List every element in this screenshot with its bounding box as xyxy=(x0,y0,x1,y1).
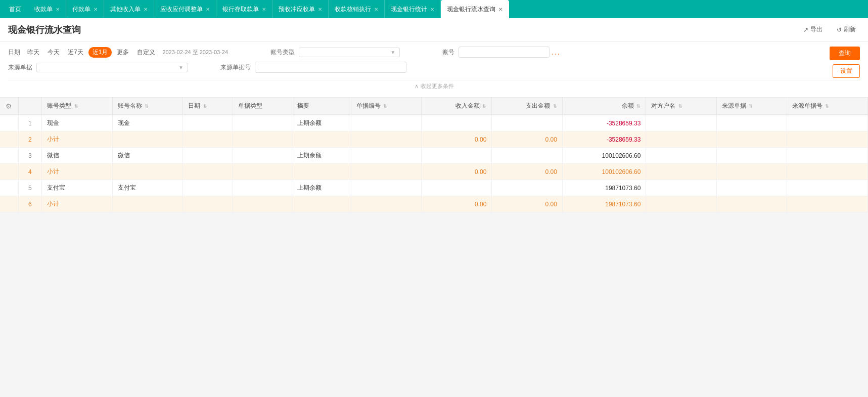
row-account-name xyxy=(112,131,182,148)
th-account-name[interactable]: 账号名称 ⇅ xyxy=(112,98,182,115)
row-doc-no xyxy=(351,196,421,212)
account-dots-button[interactable]: ... xyxy=(552,48,561,56)
row-expense xyxy=(492,148,562,164)
row-balance: -3528659.33 xyxy=(562,131,646,148)
tab-close-icon[interactable]: ✕ xyxy=(206,7,210,12)
row-balance: 19871073.60 xyxy=(562,196,646,212)
nav-tab-0[interactable]: 收款单✕ xyxy=(28,0,66,18)
nav-tab-7[interactable]: 现金银行统计✕ xyxy=(385,0,441,18)
nav-tab-2[interactable]: 其他收入单✕ xyxy=(104,0,154,18)
table-row: 4 小计 0.00 0.00 100102606.60 xyxy=(0,164,868,180)
table-row: 6 小计 0.00 0.00 19871073.60 xyxy=(0,196,868,212)
refresh-button[interactable]: ↺ 刷新 xyxy=(833,23,860,36)
th-doc-no[interactable]: 单据编号 ⇅ xyxy=(351,98,421,115)
row-summary: 上期余额 xyxy=(292,180,351,196)
date-opt-yesterday[interactable]: 昨天 xyxy=(24,47,42,58)
row-settings xyxy=(0,131,18,148)
query-button[interactable]: 查询 xyxy=(830,47,860,60)
date-opt-custom[interactable]: 自定义 xyxy=(134,47,158,58)
row-account-name xyxy=(112,164,182,180)
row-doc-no xyxy=(351,164,421,180)
row-account-type: 小计 xyxy=(42,196,112,212)
row-counterparty xyxy=(646,180,716,196)
row-settings xyxy=(0,164,18,180)
row-source-doc xyxy=(716,180,787,196)
th-summary: 摘要 xyxy=(292,98,351,115)
th-source-doc-no[interactable]: 来源单据号 ⇅ xyxy=(787,98,868,115)
export-icon: ↗ xyxy=(803,26,808,33)
source-doc-arrow: ▼ xyxy=(178,65,184,70)
nav-tab-4[interactable]: 银行存取款单✕ xyxy=(216,0,272,18)
tab-close-icon[interactable]: ✕ xyxy=(318,7,322,12)
row-doc-no xyxy=(351,131,421,148)
source-doc-no-input[interactable] xyxy=(255,62,406,73)
th-income[interactable]: 收入金额 ⇅ xyxy=(422,98,492,115)
nav-tab-6[interactable]: 收款核销执行✕ xyxy=(329,0,385,18)
collapse-label: 收起更多条件 xyxy=(421,82,454,90)
row-doc-type xyxy=(233,180,292,196)
row-counterparty xyxy=(646,115,716,131)
row-balance: 19871073.60 xyxy=(562,180,646,196)
tab-close-icon[interactable]: ✕ xyxy=(94,7,98,12)
th-account-type[interactable]: 账号类型 ⇅ xyxy=(42,98,112,115)
table-container: ⚙ 账号类型 ⇅ 账号名称 ⇅ 日期 ⇅ 单据类型 摘要 单据编号 ⇅ 收入金额… xyxy=(0,98,868,212)
settings-button[interactable]: 设置 xyxy=(833,64,860,78)
source-doc-select[interactable]: ▼ xyxy=(36,63,188,72)
table-settings-icon[interactable]: ⚙ xyxy=(6,102,12,110)
source-doc-filter-group: 来源单据 ▼ xyxy=(8,63,188,72)
date-opt-more[interactable]: 更多 xyxy=(114,47,132,58)
top-nav: 首页 收款单✕付款单✕其他收入单✕应收应付调整单✕银行存取款单✕预收冲应收单✕收… xyxy=(0,0,868,18)
th-doc-type: 单据类型 xyxy=(233,98,292,115)
row-counterparty xyxy=(646,164,716,180)
source-doc-no-label: 来源单据号 xyxy=(220,63,251,72)
sort-icon-counterparty: ⇅ xyxy=(678,104,682,109)
tab-close-icon[interactable]: ✕ xyxy=(498,7,502,12)
row-income xyxy=(422,148,492,164)
date-opt-7days[interactable]: 近7天 xyxy=(65,47,86,58)
row-counterparty xyxy=(646,196,716,212)
th-date[interactable]: 日期 ⇅ xyxy=(183,98,233,115)
th-source-doc[interactable]: 来源单据 ⇅ xyxy=(716,98,787,115)
row-expense: 0.00 xyxy=(492,196,562,212)
th-counterparty[interactable]: 对方户名 ⇅ xyxy=(646,98,716,115)
action-buttons: 查询 设置 xyxy=(821,47,860,78)
row-account-type: 微信 xyxy=(42,148,112,164)
account-type-select[interactable]: ▼ xyxy=(299,48,400,57)
th-settings[interactable]: ⚙ xyxy=(0,98,18,115)
row-counterparty xyxy=(646,131,716,148)
table-row: 3 微信 微信 上期余额 100102606.60 xyxy=(0,148,868,164)
row-income: 0.00 xyxy=(422,131,492,148)
th-balance[interactable]: 余额 ⇅ xyxy=(562,98,646,115)
tab-close-icon[interactable]: ✕ xyxy=(144,7,148,12)
source-doc-label: 来源单据 xyxy=(8,63,32,72)
row-source-doc xyxy=(716,115,787,131)
date-opt-1month[interactable]: 近1月 xyxy=(88,47,112,58)
row-settings xyxy=(0,148,18,164)
refresh-icon: ↺ xyxy=(837,26,842,33)
nav-home[interactable]: 首页 xyxy=(2,5,28,14)
nav-tab-3[interactable]: 应收应付调整单✕ xyxy=(154,0,216,18)
nav-tab-8[interactable]: 现金银行流水查询✕ xyxy=(441,0,509,18)
row-account-name: 微信 xyxy=(112,148,182,164)
sort-icon-source-doc: ⇅ xyxy=(749,104,753,109)
nav-tab-5[interactable]: 预收冲应收单✕ xyxy=(272,0,329,18)
account-filter-group: 账号 ... xyxy=(442,47,561,58)
sort-icon-expense: ⇅ xyxy=(553,104,557,109)
sort-icon-balance: ⇅ xyxy=(636,104,641,109)
row-balance: -3528659.33 xyxy=(562,115,646,131)
tab-close-icon[interactable]: ✕ xyxy=(430,7,434,12)
row-summary xyxy=(292,164,351,180)
collapse-bar[interactable]: ∧ 收起更多条件 xyxy=(8,80,860,92)
row-summary: 上期余额 xyxy=(292,115,351,131)
export-button[interactable]: ↗ 导出 xyxy=(799,23,827,36)
date-opt-today[interactable]: 今天 xyxy=(44,47,63,58)
tab-close-icon[interactable]: ✕ xyxy=(374,7,378,12)
row-income: 0.00 xyxy=(422,196,492,212)
account-input[interactable] xyxy=(459,47,550,58)
tab-close-icon[interactable]: ✕ xyxy=(56,7,60,12)
row-account-type: 支付宝 xyxy=(42,180,112,196)
th-expense[interactable]: 支出金额 ⇅ xyxy=(492,98,562,115)
row-date xyxy=(183,180,233,196)
tab-close-icon[interactable]: ✕ xyxy=(262,7,266,12)
nav-tab-1[interactable]: 付款单✕ xyxy=(66,0,104,18)
